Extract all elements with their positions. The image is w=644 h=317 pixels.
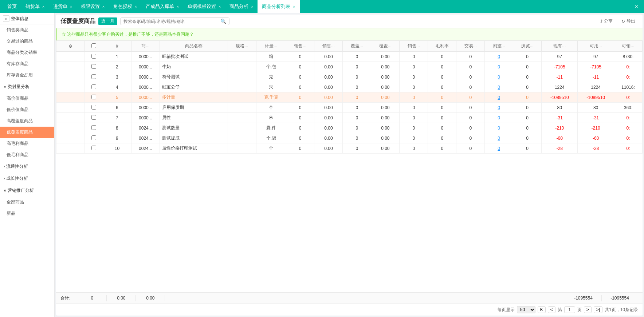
col-current-stock[interactable]: 现有... xyxy=(542,41,578,52)
sidebar-item-low-coverage[interactable]: 低覆盖度商品 xyxy=(0,127,54,138)
row-checkbox[interactable] xyxy=(85,62,103,72)
col-spec[interactable]: 规格... xyxy=(228,41,256,52)
prev-page-button[interactable]: < xyxy=(548,306,555,313)
nav-permission[interactable]: 权限设置 × xyxy=(76,0,109,13)
row-browse1[interactable]: 0 xyxy=(485,133,513,143)
row-sales-amt: 0.00 xyxy=(314,103,343,113)
next-page-button[interactable]: > xyxy=(584,306,592,313)
row-code: 0000... xyxy=(131,62,160,72)
col-gross-margin[interactable]: 毛利率 xyxy=(428,41,456,52)
top-navigation: 首页 销货单 × 进货单 × 权限设置 × 角色授权 × 产成品入库单 × 单据… xyxy=(0,0,644,13)
col-browse1[interactable]: 浏览... xyxy=(485,41,513,52)
nav-template-close[interactable]: × xyxy=(219,4,221,9)
select-all-checkbox[interactable] xyxy=(91,43,96,48)
row-sales-last: 0 xyxy=(400,143,428,154)
last-page-button[interactable]: >| xyxy=(594,306,602,313)
page-input[interactable] xyxy=(564,306,575,313)
row-checkbox[interactable] xyxy=(85,52,103,62)
col-trade[interactable]: 交易... xyxy=(456,41,485,52)
row-checkbox[interactable] xyxy=(85,133,103,143)
sidebar-item-high-coverage[interactable]: 高覆盖度商品 xyxy=(0,115,54,127)
sidebar-section-marketing[interactable]: ∨ 营销推广分析 xyxy=(0,185,54,197)
sidebar-collapse-btn[interactable]: « xyxy=(3,15,9,22)
nav-purchase[interactable]: 进货单 × xyxy=(49,0,76,13)
row-spec xyxy=(228,52,256,62)
sidebar-item-high-value[interactable]: 高价值商品 xyxy=(0,93,54,104)
nav-home[interactable]: 首页 xyxy=(3,0,21,13)
col-settings[interactable]: ⚙ xyxy=(56,41,85,52)
row-checkbox[interactable] xyxy=(85,103,103,113)
row-spec xyxy=(228,113,256,123)
nav-template[interactable]: 单据模板设置 × xyxy=(183,0,225,13)
col-cover1[interactable]: 覆盖... xyxy=(343,41,371,52)
sidebar-item-low-value[interactable]: 低价值商品 xyxy=(0,104,54,115)
table-container[interactable]: ⚙ # 商... 商品名称 规格... 计量... 销售... 销售... 覆盖… xyxy=(56,40,643,292)
sidebar-item-capital[interactable]: 库存资金占用 xyxy=(0,70,54,81)
col-checkbox[interactable] xyxy=(85,41,103,52)
row-cover1: 0 xyxy=(343,113,371,123)
nav-role-close[interactable]: × xyxy=(135,4,137,9)
settings-icon[interactable]: ⚙ xyxy=(68,44,72,49)
row-browse1[interactable]: 0 xyxy=(485,143,513,154)
col-unit[interactable]: 计量... xyxy=(256,41,286,52)
row-browse1[interactable]: 0 xyxy=(485,103,513,113)
nav-purchase-close[interactable]: × xyxy=(70,4,72,9)
period-button[interactable]: 近一月 xyxy=(98,17,117,25)
nav-product-storage[interactable]: 产成品入库单 × xyxy=(141,0,183,13)
sidebar-item-sales-goods[interactable]: 销售类商品 xyxy=(0,24,54,36)
col-sales-last[interactable]: 销售... xyxy=(400,41,428,52)
row-browse1[interactable]: 0 xyxy=(485,72,513,82)
sidebar-item-stocked-goods[interactable]: 有库存商品 xyxy=(0,58,54,70)
col-browse2[interactable]: 浏览... xyxy=(513,41,542,52)
sidebar-section-coverage[interactable]: ∨ 类射量分析 xyxy=(0,81,54,93)
nav-analysis-close[interactable]: × xyxy=(251,4,253,9)
nav-permission-close[interactable]: × xyxy=(102,4,105,9)
row-browse1[interactable]: 0 xyxy=(485,92,513,103)
sidebar-section-flow[interactable]: › 流通性分析 xyxy=(0,161,54,173)
col-sales-qty[interactable]: 销售... xyxy=(286,41,314,52)
row-browse1[interactable]: 0 xyxy=(485,82,513,92)
sidebar-item-category-rate[interactable]: 商品分类动销率 xyxy=(0,47,54,58)
window-close-button[interactable]: × xyxy=(632,3,641,10)
row-checkbox[interactable] xyxy=(85,113,103,123)
row-name: 属性价格打印测试 xyxy=(160,143,228,154)
row-browse1[interactable]: 0 xyxy=(485,52,513,62)
nav-analysis-list-close[interactable]: × xyxy=(293,4,295,9)
nav-sales[interactable]: 销货单 × xyxy=(21,0,49,13)
row-checkbox[interactable] xyxy=(85,123,103,133)
row-browse1[interactable]: 0 xyxy=(485,113,513,123)
col-code[interactable]: 商... xyxy=(131,41,160,52)
table-header-row: ⚙ # 商... 商品名称 规格... 计量... 销售... 销售... 覆盖… xyxy=(56,41,643,52)
sidebar-section-growth[interactable]: › 成长性分析 xyxy=(0,173,54,185)
row-checkbox[interactable] xyxy=(85,72,103,82)
sidebar-item-high-margin[interactable]: 高毛利商品 xyxy=(0,138,54,149)
row-available: 80 xyxy=(578,103,614,113)
row-checkbox[interactable] xyxy=(85,143,103,154)
nav-product-storage-close[interactable]: × xyxy=(177,4,179,9)
sidebar-item-new-goods[interactable]: 新品 xyxy=(0,208,54,219)
col-available[interactable]: 可用... xyxy=(578,41,614,52)
row-checkbox[interactable] xyxy=(85,82,103,92)
page-size-select[interactable]: 50 100 200 xyxy=(517,306,535,313)
row-browse1[interactable]: 0 xyxy=(485,62,513,72)
col-sales-amt[interactable]: 销售... xyxy=(314,41,343,52)
row-sales-qty: 0 xyxy=(286,143,314,154)
nav-sales-close[interactable]: × xyxy=(42,4,44,9)
nav-role[interactable]: 角色授权 × xyxy=(109,0,141,13)
sidebar-item-traded-goods[interactable]: 交易过的商品 xyxy=(0,36,54,47)
sidebar-item-all-goods[interactable]: 全部商品 xyxy=(0,197,54,208)
col-cover2[interactable]: 覆盖... xyxy=(371,41,400,52)
row-browse2: 0 xyxy=(513,123,542,133)
col-name[interactable]: 商品名称 xyxy=(160,41,228,52)
search-input[interactable] xyxy=(123,19,220,24)
row-checkbox[interactable] xyxy=(85,92,103,103)
share-button[interactable]: ⤴ 分享 xyxy=(597,17,616,25)
col-sellable[interactable]: 可销... xyxy=(614,41,642,52)
row-available: -210 xyxy=(578,123,614,133)
nav-product-analysis-list[interactable]: 商品分析列表 × xyxy=(258,0,299,13)
sidebar-item-low-margin[interactable]: 低毛利商品 xyxy=(0,149,54,161)
first-page-button[interactable]: K xyxy=(538,306,546,313)
row-browse1[interactable]: 0 xyxy=(485,123,513,133)
export-button[interactable]: ↻ 导出 xyxy=(619,17,638,25)
nav-product-analysis[interactable]: 商品分析 × xyxy=(225,0,258,13)
